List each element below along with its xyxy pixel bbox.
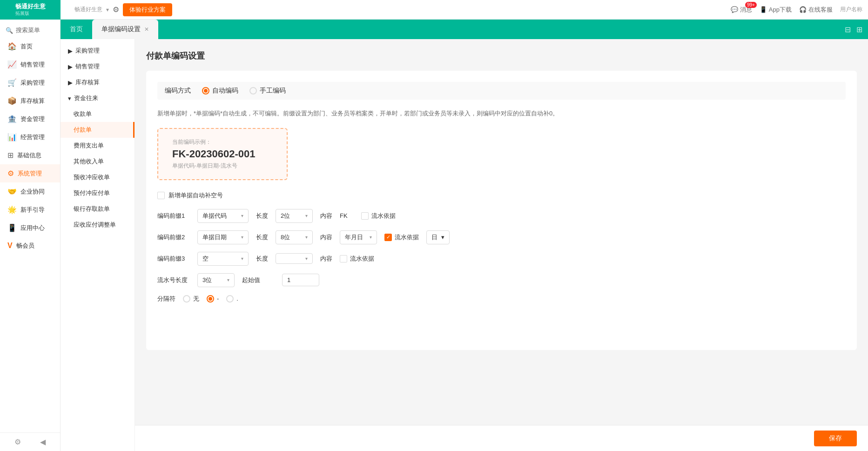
- sub-menu-label-prepay-payment: 预付冲应付单: [74, 189, 110, 196]
- prefix3-flow-check[interactable]: 流水依据: [340, 255, 374, 263]
- prefix1-length-select[interactable]: 2位 ▾: [276, 209, 313, 223]
- settings-bottom-icon[interactable]: ⚙: [14, 438, 21, 446]
- sidebar-label-purchase: 采购管理: [20, 79, 45, 87]
- sub-menu-expense[interactable]: 费用支出单: [61, 138, 135, 154]
- prefix2-content-select[interactable]: 年月日 ▾: [340, 230, 377, 244]
- top-bar: 畅通好生意 拓展版 畅通好生意 ▾ ⚙ 体验行业方案 💬 消息 99+ 📱 Ap…: [0, 0, 868, 20]
- sub-menu-other-income[interactable]: 其他收入单: [61, 154, 135, 169]
- sidebar-bottom: ⚙ ◀: [0, 432, 60, 451]
- sub-menu-bank-deposit[interactable]: 银行存取款单: [61, 201, 135, 217]
- radio-manual[interactable]: 手工编码: [249, 87, 286, 95]
- auto-fill-checkbox[interactable]: [157, 192, 165, 199]
- sidebar-label-business: 经营管理: [20, 133, 45, 141]
- sub-menu-adjust[interactable]: 应收应付调整单: [61, 217, 135, 233]
- auto-fill-label: 新增单据自动补空号: [168, 191, 223, 200]
- collapse-icon[interactable]: ◀: [40, 438, 46, 446]
- prefix1-content-value: FK: [340, 212, 354, 219]
- tab-expand-icon[interactable]: ⊞: [856, 25, 862, 34]
- gear-icon[interactable]: ⚙: [113, 5, 119, 14]
- search-menu[interactable]: 🔍 搜索菜单: [0, 23, 60, 37]
- prefix3-length-select[interactable]: ▾: [276, 253, 313, 264]
- message-icon: 💬: [731, 6, 738, 13]
- sidebar-item-system[interactable]: ⚙ 系统管理: [0, 164, 60, 182]
- serial-row: 流水号长度 3位 ▾ 起始值: [157, 273, 846, 287]
- sep-radio-dot[interactable]: .: [226, 295, 238, 303]
- inventory-icon: 📦: [7, 96, 17, 105]
- purchase-icon: 🛒: [7, 78, 17, 87]
- top-bar-left: 畅通好生意 ▾ ⚙ 体验行业方案: [6, 3, 727, 16]
- prefix2-length-select[interactable]: 8位 ▾: [276, 230, 313, 244]
- sidebar-label-basic: 基础信息: [17, 151, 41, 160]
- sub-group-inventory[interactable]: ▶ 库存核算: [61, 74, 135, 90]
- tab-minimize-icon[interactable]: ⊟: [845, 25, 851, 34]
- sidebar-item-finance[interactable]: 🏦 资金管理: [0, 110, 60, 128]
- sub-menu-prepay-payment[interactable]: 预付冲应付单: [61, 185, 135, 201]
- prefix2-select-value: 单据日期: [202, 233, 227, 242]
- sub-group-sales[interactable]: ▶ 销售管理: [61, 59, 135, 74]
- sidebar-item-sales[interactable]: 📈 销售管理: [0, 55, 60, 74]
- app-download-button[interactable]: 📱 App下载: [760, 6, 792, 14]
- sidebar-item-member[interactable]: V 畅会员: [0, 237, 60, 255]
- sidebar-item-guide[interactable]: 🌟 新手引导: [0, 201, 60, 219]
- sales-icon: 📈: [7, 60, 17, 69]
- app-icon: 📱: [760, 6, 767, 13]
- sub-menu-label-prepay-receipt: 预收冲应收单: [74, 174, 110, 181]
- prefix2-select-arrow: ▾: [241, 235, 243, 240]
- online-service-button[interactable]: 🎧 在线客服: [799, 6, 833, 14]
- prefix3-flow-checkbox[interactable]: [340, 255, 347, 263]
- prefix1-flow-check[interactable]: 流水依据: [361, 212, 396, 220]
- prefix3-select[interactable]: 空 ▾: [197, 252, 249, 266]
- tab-home[interactable]: 首页: [61, 20, 92, 39]
- guide-icon: 🌟: [7, 205, 17, 214]
- prefix1-length-arrow: ▾: [305, 213, 308, 218]
- sidebar-item-purchase[interactable]: 🛒 采购管理: [0, 74, 60, 92]
- prefix2-day-select[interactable]: 日 ▾: [426, 230, 450, 244]
- sep-radio-none[interactable]: 无: [183, 295, 199, 303]
- sub-menu-receipt[interactable]: 收款单: [61, 106, 135, 122]
- service-label: 在线客服: [808, 6, 833, 14]
- sep-radio-dash-dot: [207, 295, 214, 303]
- sidebar-item-basic[interactable]: ⊞ 基础信息: [0, 146, 60, 164]
- prefix2-length-label: 长度: [256, 233, 268, 242]
- search-icon: 🔍: [6, 27, 13, 34]
- sep-radio-dash[interactable]: -: [207, 295, 219, 303]
- sidebar-item-business[interactable]: 📊 经营管理: [0, 128, 60, 146]
- sidebar-label-guide: 新手引导: [20, 206, 45, 214]
- prefix2-flow-checkbox[interactable]: ✓: [384, 234, 392, 241]
- prefix1-select[interactable]: 单据代码 ▾: [197, 209, 249, 223]
- sidebar-item-home[interactable]: 🏠 首页: [0, 37, 60, 55]
- serial-length-select[interactable]: 3位 ▾: [197, 273, 235, 287]
- sub-group-arrow-sales: ▶: [68, 63, 73, 70]
- tab-close-icon[interactable]: ✕: [144, 26, 149, 33]
- sep-radio-dot-dot: [226, 295, 234, 303]
- prefix2-flow-check[interactable]: ✓ 流水依据: [384, 233, 419, 242]
- sub-group-finance[interactable]: ▾ 资金往来: [61, 90, 135, 106]
- sub-menu-label-expense: 费用支出单: [74, 142, 104, 149]
- basic-icon: ⊞: [7, 151, 13, 160]
- serial-start-input[interactable]: [282, 274, 319, 286]
- sidebar-item-inventory[interactable]: 📦 库存核算: [0, 92, 60, 110]
- prefix2-content-select-value: 年月日: [345, 233, 363, 242]
- sub-group-label-purchase: 采购管理: [75, 47, 100, 55]
- message-button[interactable]: 💬 消息 99+: [731, 6, 752, 14]
- sidebar-item-app[interactable]: 📱 应用中心: [0, 219, 60, 237]
- trial-button[interactable]: 体验行业方案: [123, 3, 172, 16]
- sidebar-item-corp[interactable]: 🤝 企业协同: [0, 182, 60, 201]
- system-icon: ⚙: [7, 169, 14, 178]
- prefix1-select-arrow: ▾: [241, 213, 243, 218]
- prefix1-select-value: 单据代码: [202, 212, 227, 220]
- sidebar-label-finance: 资金管理: [20, 115, 45, 123]
- tab-encoding[interactable]: 单据编码设置 ✕: [92, 20, 158, 39]
- sub-menu-prepay-receipt[interactable]: 预收冲应收单: [61, 169, 135, 185]
- sub-group-purchase[interactable]: ▶ 采购管理: [61, 43, 135, 59]
- prefix1-flow-checkbox[interactable]: [361, 212, 369, 220]
- save-button[interactable]: 保存: [814, 431, 857, 446]
- radio-auto[interactable]: 自动编码: [202, 87, 238, 95]
- prefix2-select[interactable]: 单据日期 ▾: [197, 230, 249, 244]
- prefix3-flow-label: 流水依据: [350, 255, 374, 263]
- sub-menu-payment[interactable]: 付款单: [61, 122, 135, 138]
- username: 用户名称: [840, 6, 862, 13]
- sub-menu-label-adjust: 应收应付调整单: [74, 221, 116, 228]
- dropdown-arrow-icon[interactable]: ▾: [106, 7, 109, 13]
- code-preview: 当前编码示例： FK-20230602-001 单据代码-单据日期-流水号: [157, 128, 288, 180]
